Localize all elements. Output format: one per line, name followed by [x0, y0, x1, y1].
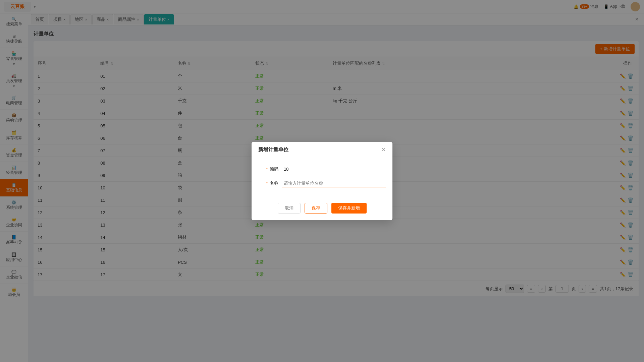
name-required-mark: *	[266, 181, 268, 186]
form-row-name: * 名称	[258, 179, 386, 187]
required-mark: *	[266, 167, 268, 172]
save-button[interactable]: 保存	[305, 203, 327, 214]
cancel-button[interactable]: 取消	[278, 203, 301, 214]
save-new-button[interactable]: 保存并新增	[331, 203, 367, 214]
form-row-code: * 编码	[258, 165, 386, 173]
modal-title: 新增计量单位	[258, 146, 288, 153]
modal-overlay: 新增计量单位 ✕ * 编码 * 名称 取消 保存 保存并新增	[0, 0, 644, 362]
name-label: * 名称	[258, 180, 278, 186]
code-label-text: 编码	[270, 167, 278, 172]
modal-header: 新增计量单位 ✕	[252, 142, 392, 157]
name-input[interactable]	[282, 179, 386, 187]
add-unit-modal: 新增计量单位 ✕ * 编码 * 名称 取消 保存 保存并新增	[252, 142, 392, 220]
name-label-text: 名称	[270, 181, 278, 186]
modal-body: * 编码 * 名称	[252, 157, 392, 199]
code-label: * 编码	[258, 166, 278, 172]
modal-footer: 取消 保存 保存并新增	[252, 199, 392, 220]
code-input[interactable]	[282, 165, 386, 173]
modal-close-btn[interactable]: ✕	[381, 146, 386, 153]
